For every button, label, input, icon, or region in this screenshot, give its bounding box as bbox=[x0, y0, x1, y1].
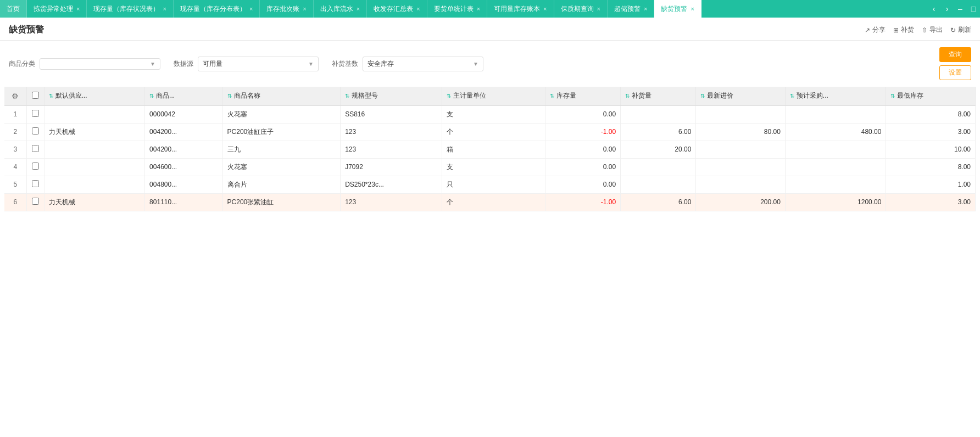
replenish-button[interactable]: ⊞ 补货 bbox=[893, 25, 914, 35]
row-min-stock: 1.00 bbox=[886, 176, 976, 193]
tab-nav-next[interactable]: › bbox=[940, 0, 954, 18]
tab-close-inventory-dist[interactable]: × bbox=[249, 5, 253, 12]
sort-icon-min: ⇅ bbox=[890, 93, 895, 99]
row-seq: 6 bbox=[4, 193, 26, 211]
th-latest-price[interactable]: ⇅ 最新进价 bbox=[696, 87, 785, 105]
tab-nav-prev[interactable]: ‹ bbox=[927, 0, 940, 18]
row-spec: SS816 bbox=[341, 105, 442, 123]
tab-close-expiry-query[interactable]: × bbox=[597, 5, 600, 12]
sort-icon-stock: ⇅ bbox=[550, 93, 554, 99]
row-seq: 4 bbox=[4, 158, 26, 176]
tab-close-overstock[interactable]: × bbox=[644, 5, 647, 12]
tab-collect-summary[interactable]: 收发存汇总表 × bbox=[367, 0, 427, 18]
th-spec[interactable]: ⇅ 规格型号 bbox=[341, 87, 442, 105]
row-product-name: 火花塞 bbox=[222, 158, 341, 176]
share-icon: ↗ bbox=[865, 26, 870, 34]
th-unit[interactable]: ⇅ 主计量单位 bbox=[442, 87, 545, 105]
row-select-checkbox[interactable] bbox=[32, 145, 39, 152]
th-product-name[interactable]: ⇅ 商品名称 bbox=[222, 87, 341, 105]
tab-overstock[interactable]: 超储预警 × bbox=[608, 0, 654, 18]
export-button[interactable]: ⇧ 导出 bbox=[922, 25, 943, 35]
sort-icon-supplier: ⇅ bbox=[49, 93, 53, 99]
query-button[interactable]: 查询 bbox=[939, 47, 971, 62]
row-checkbox[interactable] bbox=[26, 123, 44, 141]
tab-minimize-btn[interactable]: – bbox=[954, 0, 967, 18]
datasource-select-arrow: ▼ bbox=[308, 61, 314, 67]
tab-close-exception[interactable]: × bbox=[76, 5, 80, 12]
row-checkbox[interactable] bbox=[26, 176, 44, 193]
share-button[interactable]: ↗ 分享 bbox=[865, 25, 886, 35]
tab-inventory-status[interactable]: 现存量（库存状况表） × bbox=[87, 0, 173, 18]
row-unit: 箱 bbox=[442, 141, 545, 158]
tab-close-available-ledger[interactable]: × bbox=[543, 5, 547, 12]
row-stock-qty: 0.00 bbox=[545, 105, 621, 123]
tab-close-requisition-stat[interactable]: × bbox=[477, 5, 480, 12]
th-min-stock[interactable]: ⇅ 最低库存 bbox=[886, 87, 976, 105]
row-est-purchase bbox=[785, 105, 886, 123]
sort-icon-code: ⇅ bbox=[149, 93, 154, 99]
row-seq: 5 bbox=[4, 176, 26, 193]
tab-exception[interactable]: 拣货异常处理 × bbox=[27, 0, 87, 18]
row-checkbox[interactable] bbox=[26, 105, 44, 123]
datasource-select[interactable]: 可用量 ▼ bbox=[198, 57, 319, 71]
row-latest-price bbox=[696, 105, 785, 123]
category-label: 商品分类 bbox=[9, 59, 35, 69]
th-checkbox[interactable] bbox=[26, 87, 44, 105]
row-spec: 123 bbox=[341, 123, 442, 141]
select-all-checkbox[interactable] bbox=[32, 92, 39, 99]
row-replenish-qty bbox=[621, 176, 696, 193]
th-replenish-qty[interactable]: ⇅ 补货量 bbox=[621, 87, 696, 105]
tab-shortage[interactable]: 缺货预警 × bbox=[654, 0, 701, 18]
tab-close-inventory-status[interactable]: × bbox=[163, 5, 166, 12]
row-product-code: 004600... bbox=[145, 158, 222, 176]
row-unit: 个 bbox=[442, 123, 545, 141]
tab-close-collect-summary[interactable]: × bbox=[416, 5, 420, 12]
tab-maximize-btn[interactable]: □ bbox=[967, 0, 980, 18]
tab-available-ledger[interactable]: 可用量库存账本 × bbox=[487, 0, 554, 18]
tab-requisition-stat[interactable]: 要货单统计表 × bbox=[427, 0, 487, 18]
datasource-label: 数据源 bbox=[174, 59, 193, 69]
tab-home[interactable]: 首页 bbox=[0, 0, 27, 18]
row-supplier bbox=[44, 105, 145, 123]
tab-close-shortage[interactable]: × bbox=[691, 5, 694, 12]
row-select-checkbox[interactable] bbox=[32, 198, 39, 205]
row-spec: J7092 bbox=[341, 158, 442, 176]
replenish-base-select[interactable]: 安全库存 ▼ bbox=[363, 57, 483, 71]
tab-inventory-dist[interactable]: 现存量（库存分布表） × bbox=[174, 0, 260, 18]
table-row: 2 力天机械 004200... PC200油缸庄子 123 个 -1.00 6… bbox=[4, 123, 976, 141]
row-select-checkbox[interactable] bbox=[32, 127, 39, 135]
tab-batch-account[interactable]: 库存批次账 × bbox=[260, 0, 313, 18]
th-product-code[interactable]: ⇅ 商品... bbox=[145, 87, 222, 105]
tab-inout-flow[interactable]: 出入库流水 × bbox=[314, 0, 367, 18]
row-checkbox[interactable] bbox=[26, 141, 44, 158]
row-select-checkbox[interactable] bbox=[32, 180, 39, 187]
tab-expiry-query[interactable]: 保质期查询 × bbox=[554, 0, 608, 18]
replenish-base-filter: 补货基数 安全库存 ▼ bbox=[332, 57, 483, 71]
sort-icon-name: ⇅ bbox=[227, 93, 232, 99]
row-est-purchase bbox=[785, 158, 886, 176]
row-latest-price bbox=[696, 158, 785, 176]
row-checkbox[interactable] bbox=[26, 193, 44, 211]
category-select[interactable]: ▼ bbox=[40, 58, 160, 70]
th-stock-qty[interactable]: ⇅ 库存量 bbox=[545, 87, 621, 105]
row-select-checkbox[interactable] bbox=[32, 110, 39, 117]
sort-icon-price: ⇅ bbox=[700, 93, 705, 99]
th-gear[interactable]: ⚙ bbox=[4, 87, 26, 105]
tab-close-batch-account[interactable]: × bbox=[303, 5, 306, 12]
row-est-purchase bbox=[785, 141, 886, 158]
tab-close-inout-flow[interactable]: × bbox=[357, 5, 360, 12]
category-filter: 商品分类 ▼ bbox=[9, 58, 160, 70]
th-est-purchase[interactable]: ⇅ 预计采购... bbox=[785, 87, 886, 105]
row-checkbox[interactable] bbox=[26, 158, 44, 176]
row-latest-price bbox=[696, 176, 785, 193]
row-product-name: PC200张紧油缸 bbox=[222, 193, 341, 211]
th-default-supplier[interactable]: ⇅ 默认供应... bbox=[44, 87, 145, 105]
replenish-base-select-arrow: ▼ bbox=[473, 61, 478, 67]
sort-icon-unit: ⇅ bbox=[447, 93, 451, 99]
row-select-checkbox[interactable] bbox=[32, 163, 39, 170]
export-icon: ⇧ bbox=[922, 26, 927, 34]
table-header-row: ⚙ ⇅ 默认供应... ⇅ bbox=[4, 87, 976, 105]
settings-button[interactable]: 设置 bbox=[939, 65, 971, 80]
refresh-button[interactable]: ↻ 刷新 bbox=[950, 25, 971, 35]
row-seq: 1 bbox=[4, 105, 26, 123]
